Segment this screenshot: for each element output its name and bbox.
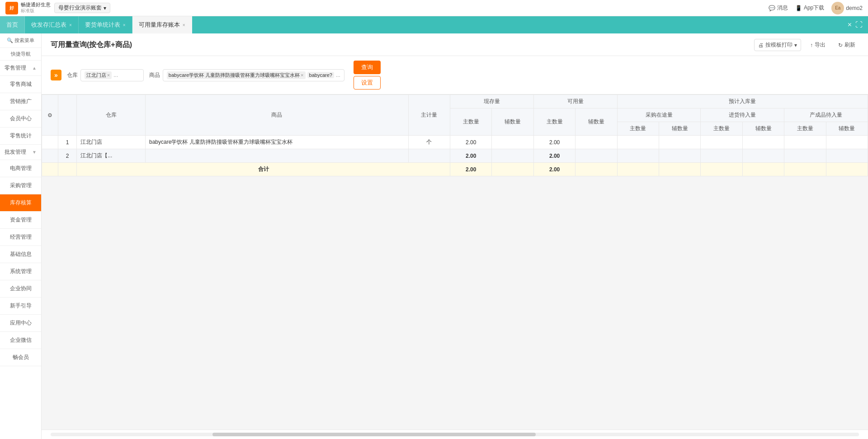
- sidebar-item-retail-mgmt[interactable]: 零售管理 ▲: [0, 61, 41, 76]
- sidebar-item-finance-mgmt[interactable]: 资金管理: [0, 212, 41, 229]
- horizontal-scrollbar[interactable]: [51, 433, 859, 436]
- sidebar-item-purchase-mgmt-label: 采购管理: [10, 182, 32, 189]
- td-total-purchase-transit-main: [617, 163, 659, 176]
- filter-toggle-btn[interactable]: »: [51, 70, 61, 80]
- td-inbound-pending-main-2: [701, 149, 742, 163]
- tab-home-label: 首页: [6, 21, 18, 29]
- table-footer: [42, 430, 868, 439]
- top-bar-right: 💬 消息 📱 App下载 Ea demo2: [769, 2, 863, 14]
- sidebar-item-new-guide-label: 新手引导: [10, 302, 32, 310]
- sidebar-item-retail-stats[interactable]: 零售统计: [0, 127, 41, 145]
- message-btn[interactable]: 💬 消息: [769, 4, 788, 12]
- td-current-aux-1: [492, 136, 533, 149]
- th-settings[interactable]: ⚙: [42, 95, 58, 136]
- td-total-rownum: [58, 163, 77, 176]
- page-title: 可用量查询(按仓库+商品): [51, 40, 132, 54]
- settings-btn[interactable]: 设置: [354, 76, 381, 90]
- message-icon: 💬: [769, 5, 775, 11]
- sidebar-item-app-center[interactable]: 应用中心: [0, 315, 41, 332]
- table-container[interactable]: ⚙ 仓库 商品 主计量 现存量 可用量 预计入库量 主数量 辅数量 主数量 辅数…: [42, 94, 868, 430]
- sidebar-item-retail-mall[interactable]: 零售商城: [0, 76, 41, 93]
- top-bar-left: 好 畅捷通好生意 标准版 母婴行业演示账套 ▾: [5, 2, 110, 14]
- td-avail-main-2: 2.00: [533, 149, 575, 163]
- product-filter-input[interactable]: babycare学饮杯 儿童防摔防撞吸管杯重力球吸嘴杯宝宝水杯 × babyca…: [163, 69, 344, 81]
- sidebar-item-new-guide[interactable]: 新手引导: [0, 297, 41, 315]
- td-inbound-pending-main-1: [701, 136, 742, 149]
- query-btn[interactable]: 查询: [354, 61, 381, 74]
- tab-available-stock-close-icon[interactable]: ×: [183, 23, 185, 28]
- user-area[interactable]: Ea demo2: [831, 2, 863, 14]
- sidebar-item-basic-info[interactable]: 基础信息: [0, 246, 41, 263]
- sidebar-item-vip-member[interactable]: 畅会员: [0, 349, 41, 366]
- sidebar-item-marketing[interactable]: 营销推广: [0, 93, 41, 110]
- sidebar-item-wholesale-mgmt[interactable]: 批发管理 ▼: [0, 145, 41, 160]
- td-total-current-aux: [492, 163, 533, 176]
- td-settings: [42, 136, 58, 149]
- th-current-aux: 辅数量: [492, 109, 533, 136]
- refresh-btn[interactable]: ↻ 刷新: [835, 39, 859, 51]
- tab-available-stock-label: 可用量库存账本: [139, 21, 180, 29]
- tab-home[interactable]: 首页: [0, 16, 25, 33]
- warehouse-filter-input[interactable]: 江北门店 × ...: [80, 69, 144, 81]
- product-filter-more[interactable]: ...: [336, 72, 340, 78]
- sidebar-search[interactable]: 🔍 搜索菜单: [0, 33, 41, 48]
- tab-order-stats-close-icon[interactable]: ×: [123, 23, 126, 28]
- sidebar-item-business-mgmt-label: 经营管理: [10, 233, 32, 241]
- td-unit-2: [408, 149, 450, 163]
- sidebar-item-ecommerce-mgmt[interactable]: 电商管理: [0, 160, 41, 177]
- logo-icon: 好: [5, 2, 18, 14]
- td-inbound-pending-aux-2: [742, 149, 784, 163]
- export-btn[interactable]: ↑ 导出: [807, 39, 829, 51]
- scrollbar-thumb[interactable]: [212, 433, 536, 436]
- th-current-main: 主数量: [450, 109, 492, 136]
- td-current-main-1: 2.00: [450, 136, 492, 149]
- template-print-label: 按模板打印: [765, 41, 793, 49]
- th-purchase-transit: 采购在途量: [617, 109, 701, 122]
- td-product-1: babycare学饮杯 儿童防摔防撞吸管杯重力球吸嘴杯宝宝水杯: [145, 136, 408, 149]
- th-current-stock: 现存量: [450, 95, 534, 109]
- product-filter-group: 商品 babycare学饮杯 儿童防摔防撞吸管杯重力球吸嘴杯宝宝水杯 × bab…: [149, 69, 344, 81]
- industry-select[interactable]: 母婴行业演示账套 ▾: [54, 3, 110, 13]
- th-inbound-pending: 进货待入量: [701, 109, 784, 122]
- table-row: 1 江北门店 babycare学饮杯 儿童防摔防撞吸管杯重力球吸嘴杯宝宝水杯 个…: [42, 136, 868, 149]
- sidebar-item-enterprise-wechat[interactable]: 企业微信: [0, 332, 41, 349]
- product-tag-1: babycare学饮杯 儿童防摔防撞吸管杯重力球吸嘴杯宝宝水杯 ×: [167, 71, 306, 79]
- tab-receive-summary-label: 收发存汇总表: [31, 21, 66, 29]
- tab-available-stock[interactable]: 可用量库存账本 ×: [132, 16, 192, 33]
- sidebar-item-ecommerce-mgmt-label: 电商管理: [10, 165, 32, 172]
- sidebar-item-member-center[interactable]: 会员中心: [0, 110, 41, 127]
- window-resize-icon[interactable]: ⛶: [855, 21, 863, 29]
- product-filter-label: 商品: [149, 71, 160, 79]
- td-total-settings: [42, 163, 58, 176]
- warehouse-filter-group: 仓库 江北门店 × ...: [67, 69, 144, 81]
- filter-actions: 查询 设置: [354, 61, 381, 90]
- app-download-btn[interactable]: 📱 App下载: [795, 4, 824, 12]
- sidebar-item-inventory-check[interactable]: 库存核算: [0, 194, 41, 212]
- sidebar-item-retail-mall-label: 零售商城: [10, 80, 32, 88]
- tab-receive-summary[interactable]: 收发存汇总表 ×: [25, 16, 79, 33]
- th-planned-in: 预计入库量: [617, 95, 868, 109]
- th-available: 可用量: [533, 95, 617, 109]
- warehouse-filter-more[interactable]: ...: [113, 72, 118, 78]
- tab-receive-summary-close-icon[interactable]: ×: [69, 23, 72, 28]
- td-total-finished-pending-aux: [826, 163, 868, 176]
- tab-order-stats[interactable]: 要货单统计表 ×: [79, 16, 132, 33]
- warehouse-tag-remove-icon[interactable]: ×: [107, 72, 110, 78]
- sidebar-item-system-mgmt[interactable]: 系统管理: [0, 263, 41, 280]
- th-finished-pending-main: 主数量: [784, 122, 826, 136]
- window-close-icon[interactable]: ×: [848, 21, 852, 29]
- sidebar-item-enterprise-coop[interactable]: 企业协同: [0, 280, 41, 297]
- product-tag-1-remove-icon[interactable]: ×: [301, 72, 303, 78]
- sidebar-item-business-mgmt[interactable]: 经营管理: [0, 229, 41, 246]
- th-inbound-pending-aux: 辅数量: [742, 122, 784, 136]
- data-table: ⚙ 仓库 商品 主计量 现存量 可用量 预计入库量 主数量 辅数量 主数量 辅数…: [42, 94, 868, 176]
- td-avail-aux-2: [576, 149, 617, 163]
- sidebar-nav-shortcut[interactable]: 快捷导航: [0, 48, 41, 61]
- template-print-btn[interactable]: 🖨 按模板打印 ▾: [754, 39, 801, 51]
- sidebar-item-purchase-mgmt[interactable]: 采购管理: [0, 177, 41, 194]
- td-avail-main-1: 2.00: [533, 136, 575, 149]
- td-rownum-1: 1: [58, 136, 77, 149]
- warehouse-filter-label: 仓库: [67, 71, 78, 79]
- sidebar-item-finance-mgmt-label: 资金管理: [10, 216, 32, 224]
- sidebar-item-retail-stats-label: 零售统计: [10, 132, 32, 140]
